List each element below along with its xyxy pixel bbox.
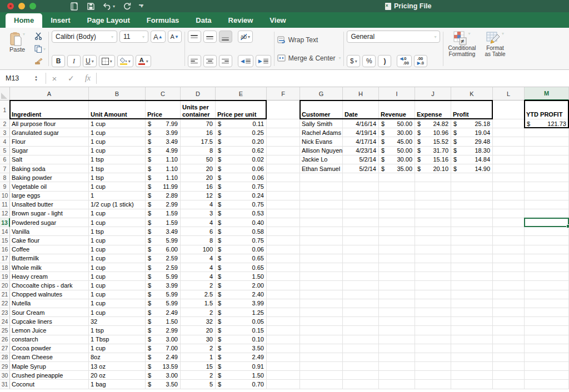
cell-C25[interactable]: $2.99: [146, 326, 181, 335]
cell-E31[interactable]: $0.70: [216, 380, 267, 389]
cell-K11[interactable]: [451, 200, 493, 209]
cell-H21[interactable]: [343, 290, 379, 299]
align-right-button[interactable]: [219, 55, 232, 67]
cell-J31[interactable]: [415, 380, 451, 389]
format-as-table-button[interactable]: ▾ Format as Table: [483, 31, 507, 67]
cell-J28[interactable]: [415, 353, 451, 362]
cell-C10[interactable]: $2.89: [146, 192, 181, 200]
cell-C12[interactable]: $1.59: [146, 209, 181, 218]
cell-K10[interactable]: [451, 192, 493, 200]
cell-J30[interactable]: [415, 371, 451, 380]
cell-I9[interactable]: [379, 182, 415, 191]
cell-H20[interactable]: [343, 281, 379, 290]
cell-D13[interactable]: 4: [181, 218, 216, 227]
cell-B20[interactable]: 1 cup: [89, 281, 146, 290]
cell-G18[interactable]: [300, 263, 343, 272]
cell-G28[interactable]: [300, 353, 343, 362]
cell-H10[interactable]: [343, 192, 379, 200]
row-header-25[interactable]: 25: [0, 326, 10, 335]
cell-J13[interactable]: [415, 218, 451, 227]
cell-A7[interactable]: Baking soda: [10, 164, 89, 173]
row-header-19[interactable]: 19: [0, 272, 10, 281]
cell-G13[interactable]: [300, 218, 343, 227]
cell-K29[interactable]: [451, 362, 493, 371]
cell-A23[interactable]: Sour Cream: [10, 308, 89, 317]
currency-format-button[interactable]: $▾: [347, 55, 360, 67]
bold-button[interactable]: B: [52, 55, 65, 67]
cell-A11[interactable]: Unsalted butter: [10, 200, 89, 209]
cell-E10[interactable]: $0.24: [216, 192, 267, 200]
cell-E22[interactable]: $3.99: [216, 299, 267, 308]
align-top-button[interactable]: [188, 31, 201, 43]
cell-G10[interactable]: [300, 192, 343, 200]
cell-F23[interactable]: [267, 308, 300, 317]
cell-K26[interactable]: [451, 335, 493, 344]
cell-C3[interactable]: $3.99: [146, 128, 181, 137]
cell-K16[interactable]: [451, 245, 493, 254]
cell-F9[interactable]: [267, 182, 300, 191]
cell-D18[interactable]: 4: [181, 263, 216, 272]
cell-H13[interactable]: [343, 218, 379, 227]
cell-I7[interactable]: $35.00: [379, 164, 415, 173]
zoom-button[interactable]: [29, 3, 36, 9]
cell-J12[interactable]: [415, 209, 451, 218]
cell-L16[interactable]: [493, 245, 525, 254]
cell-G27[interactable]: [300, 344, 343, 353]
cell-K6[interactable]: $14.84: [451, 155, 493, 164]
cell-L19[interactable]: [493, 272, 525, 281]
cell-G4[interactable]: Nick Evans: [300, 137, 343, 146]
cell-C15[interactable]: $5.99: [146, 236, 181, 245]
cell-A30[interactable]: Crushed pineapple: [10, 371, 89, 380]
cell-I20[interactable]: [379, 281, 415, 290]
cell-C28[interactable]: $2.49: [146, 353, 181, 362]
cell-L17[interactable]: [493, 254, 525, 263]
row-header-13[interactable]: 13: [0, 218, 10, 227]
cell-C2[interactable]: $7.99: [146, 119, 181, 128]
cell-C13[interactable]: $1.59: [146, 218, 181, 227]
cell-B1[interactable]: Unit Amount: [89, 100, 146, 119]
cell-G30[interactable]: [300, 371, 343, 380]
row-header-12[interactable]: 12: [0, 209, 10, 218]
cell-M1[interactable]: YTD PROFIT: [525, 100, 569, 119]
cell-D3[interactable]: 16: [181, 128, 216, 137]
tab-data[interactable]: Data: [187, 13, 219, 28]
row-header-26[interactable]: 26: [0, 335, 10, 344]
cell-I18[interactable]: [379, 263, 415, 272]
cell-C29[interactable]: $13.59: [146, 362, 181, 371]
undo-button[interactable]: ▾: [103, 2, 115, 10]
cell-C23[interactable]: $2.49: [146, 308, 181, 317]
cell-H26[interactable]: [343, 335, 379, 344]
cell-H6[interactable]: 5/2/14: [343, 155, 379, 164]
cell-B16[interactable]: 1 cup: [89, 245, 146, 254]
align-center-button[interactable]: [203, 55, 217, 67]
merge-center-dropdown-icon[interactable]: ▾: [338, 56, 341, 61]
cell-B7[interactable]: 1 tsp: [89, 164, 146, 173]
cell-G17[interactable]: [300, 254, 343, 263]
row-header-8[interactable]: 8: [0, 173, 10, 182]
cell-F1[interactable]: [267, 100, 300, 119]
cell-L4[interactable]: [493, 137, 525, 146]
cell-A17[interactable]: Buttermilk: [10, 254, 89, 263]
cell-J16[interactable]: [415, 245, 451, 254]
cell-D19[interactable]: 4: [181, 272, 216, 281]
comma-format-button[interactable]: ): [378, 55, 391, 67]
row-header-1[interactable]: 1: [0, 100, 10, 119]
font-color-button[interactable]: A ▾: [136, 55, 151, 67]
cell-I25[interactable]: [379, 326, 415, 335]
cell-E8[interactable]: $0.06: [216, 173, 267, 182]
row-header-11[interactable]: 11: [0, 200, 10, 209]
cell-D21[interactable]: 2.5: [181, 290, 216, 299]
cell-A14[interactable]: Vanilla: [10, 227, 89, 236]
cell-I3[interactable]: $30.00: [379, 128, 415, 137]
cell-B22[interactable]: 1 cup: [89, 299, 146, 308]
cell-B11[interactable]: 1/2 cup (1 stick): [89, 200, 146, 209]
col-header-D[interactable]: D: [181, 87, 216, 100]
cell-M16[interactable]: [525, 245, 569, 254]
col-header-F[interactable]: F: [267, 87, 300, 100]
cell-C21[interactable]: $5.99: [146, 290, 181, 299]
format-as-table-dropdown-icon[interactable]: ▾: [502, 31, 504, 36]
cell-J4[interactable]: $15.52: [415, 137, 451, 146]
cell-I16[interactable]: [379, 245, 415, 254]
cell-F13[interactable]: [267, 218, 300, 227]
cell-B26[interactable]: 1 Tbsp: [89, 335, 146, 344]
